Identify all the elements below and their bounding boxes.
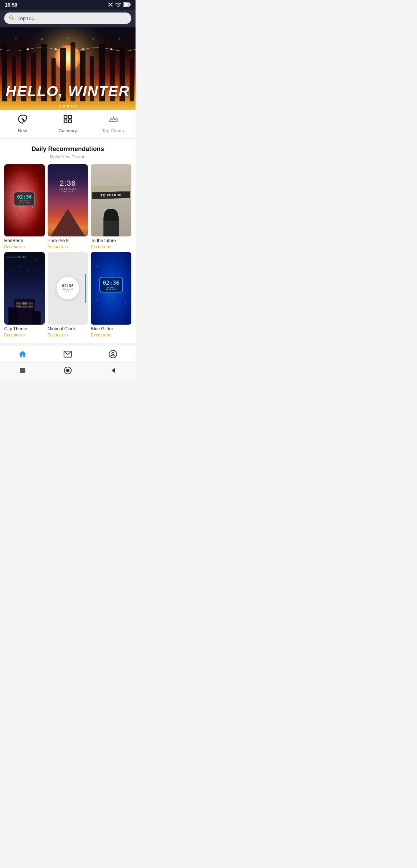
theme-price-future: Бесплатно	[91, 244, 131, 249]
dot-1	[59, 105, 61, 107]
bottom-nav-profile[interactable]	[108, 350, 117, 359]
theme-price-minimal: Бесплатно	[48, 333, 88, 337]
battery-icon	[123, 2, 131, 8]
search-input-wrapper[interactable]: Top100	[4, 12, 131, 24]
theme-name-pure-pie: Pure Pie 9	[48, 238, 88, 243]
crown-icon	[108, 114, 118, 126]
svg-rect-18	[20, 368, 25, 373]
daily-recommendations-section: Daily Recommendations Daily New Theme 02…	[0, 140, 136, 343]
hero-dots	[0, 105, 136, 107]
status-icons	[108, 2, 131, 8]
tab-new[interactable]: New	[9, 114, 36, 133]
theme-name-blue-glitter: Blue Glitter	[91, 326, 131, 331]
svg-point-17	[112, 352, 114, 354]
theme-card-future[interactable]: TO FUTURE To the future Бесплатно	[91, 164, 131, 249]
theme-thumbnail-minimal: 02:36 MON OCT 22 0°C	[48, 252, 88, 324]
theme-name-redberry: RedBerry	[4, 238, 45, 243]
nav-tabs: New Category Top Charts	[0, 110, 136, 137]
theme-thumbnail-pure-pie: 2:36 Tue 09 October · Android P·	[48, 164, 88, 236]
tab-top-charts[interactable]: Top Charts	[99, 114, 127, 133]
search-icon	[9, 15, 15, 22]
status-bar: 16:50	[0, 0, 136, 10]
dot-3	[67, 105, 69, 107]
dot-4	[71, 105, 73, 107]
theme-thumbnail-redberry: 02:36 Saturday / 20·10·2018	[4, 164, 45, 236]
grid-icon	[63, 114, 73, 126]
leaf-icon	[18, 114, 27, 126]
hero-banner[interactable]: ❄ ❄ ❄ ❄ ❄ HELLO, WINTER	[0, 27, 136, 110]
system-nav-bar	[0, 362, 136, 380]
theme-card-pure-pie[interactable]: 2:36 Tue 09 October · Android P· Pure Pi…	[48, 164, 88, 249]
theme-card-minimal[interactable]: 02:36 MON OCT 22 0°C Minimal Clock Беспл…	[48, 252, 88, 337]
search-bar: Top100	[0, 10, 136, 27]
tab-new-label: New	[18, 128, 27, 133]
wifi-icon	[115, 2, 121, 8]
theme-thumbnail-city: 24 Oct Wednesday	[4, 252, 45, 324]
section-title: Daily Recommendations	[4, 145, 131, 153]
svg-rect-4	[130, 3, 131, 6]
recent-apps-button[interactable]	[19, 367, 26, 376]
theme-thumbnail-blue-glitter: 02:36 Tuesday / 09·10·2018	[91, 252, 131, 324]
theme-name-city: City Theme	[4, 326, 45, 331]
search-input[interactable]: Top100	[17, 15, 34, 21]
svg-rect-14	[68, 120, 71, 123]
svg-marker-21	[112, 368, 115, 373]
theme-thumbnail-future: TO FUTURE	[91, 164, 131, 236]
bottom-nav-messages[interactable]	[63, 350, 72, 359]
back-button[interactable]	[109, 367, 116, 376]
theme-name-minimal: Minimal Clock	[48, 326, 88, 331]
svg-rect-12	[68, 116, 71, 118]
theme-price-pure-pie: Бесплатно	[48, 244, 88, 249]
section-subtitle: Daily New Theme	[4, 154, 131, 159]
theme-card-city[interactable]: 24 Oct Wednesday	[4, 252, 45, 337]
theme-price-blue-glitter: Бесплатно	[91, 333, 131, 337]
hero-title: HELLO, WINTER	[0, 83, 136, 100]
tab-top-charts-label: Top Charts	[102, 128, 124, 133]
dot-2	[63, 105, 65, 107]
theme-card-blue-glitter[interactable]: 02:36 Tuesday / 09·10·2018 Blue Glitter …	[91, 252, 131, 337]
tab-category[interactable]: Category	[54, 114, 82, 133]
theme-price-city: Бесплатно	[4, 333, 45, 337]
status-time: 16:50	[5, 2, 17, 8]
svg-rect-11	[64, 116, 67, 118]
theme-name-future: To the future	[91, 238, 131, 243]
svg-rect-13	[64, 120, 67, 123]
signal-icon	[108, 2, 113, 8]
dot-5	[74, 105, 76, 107]
theme-card-redberry[interactable]: 02:36 Saturday / 20·10·2018 RedBerry Бес…	[4, 164, 45, 249]
bottom-nav-home[interactable]	[18, 350, 27, 359]
bottom-nav	[0, 346, 136, 362]
home-button[interactable]	[64, 367, 72, 376]
svg-rect-3	[124, 3, 129, 6]
tab-category-label: Category	[59, 128, 77, 133]
theme-price-redberry: Бесплатно	[4, 244, 45, 249]
theme-grid: 02:36 Saturday / 20·10·2018 RedBerry Бес…	[4, 164, 131, 337]
svg-line-6	[13, 18, 14, 20]
svg-point-20	[66, 369, 70, 372]
